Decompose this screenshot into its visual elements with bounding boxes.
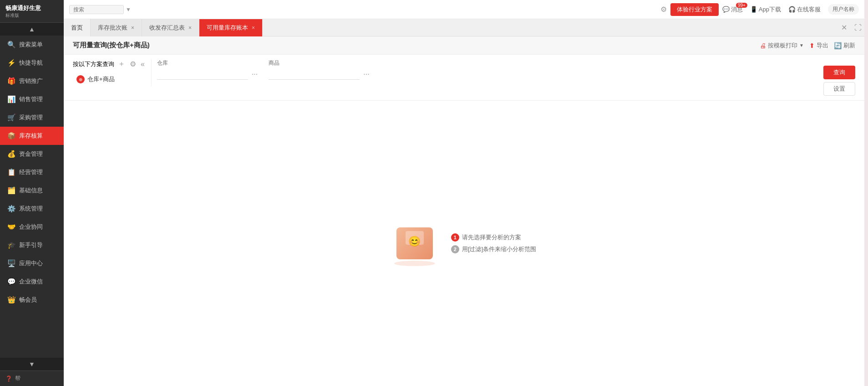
inventory-icon: 📦 — [7, 132, 15, 140]
sidebar-item-sales[interactable]: 📊销售管理 — [0, 90, 64, 108]
expand-tabs-btn[interactable]: ⛶ — [852, 24, 864, 32]
sidebar-item-system[interactable]: ⚙️系统管理 — [0, 200, 64, 218]
sidebar-item-enterprise-wechat[interactable]: 💬企业微信 — [0, 273, 64, 291]
help-icon: ❓ — [5, 376, 12, 382]
sidebar-nav: 🔍搜索菜单⚡快捷导航🎁营销推广📊销售管理🛒采购管理📦库存核算💰资金管理📋经营管理… — [0, 36, 64, 358]
industry-btn[interactable]: 体验行业方案 — [670, 3, 719, 16]
sidebar-item-quick-nav[interactable]: ⚡快捷导航 — [0, 54, 64, 72]
app-center-icon: 🖥️ — [7, 259, 15, 268]
sidebar-label-newbie: 新手引导 — [19, 241, 43, 249]
filter-scheme-panel: 按以下方案查询 ＋ ⚙ « ⊕ 仓库+商品 — [73, 59, 152, 86]
product-more-btn[interactable]: ··· — [361, 69, 371, 79]
sidebar-item-basic-info[interactable]: 🗂️基础信息 — [0, 181, 64, 200]
tab-collect-summary[interactable]: 收发存汇总表× — [142, 19, 199, 36]
warehouse-label: 仓库 — [157, 59, 259, 67]
message-badge: 99+ — [736, 3, 747, 8]
sidebar-label-operations: 经营管理 — [19, 168, 43, 176]
sidebar-label-vip: 畅会员 — [19, 296, 37, 304]
hint-text-1: 请先选择要分析的方案 — [462, 233, 521, 242]
tab-available-inventory[interactable]: 可用量库存账本× — [199, 19, 263, 36]
tab-home[interactable]: 首页 — [64, 19, 91, 36]
tab-close-available-inventory[interactable]: × — [252, 25, 255, 31]
sidebar-help-btn[interactable]: ❓ 帮 — [0, 371, 64, 386]
search-icon: 🔍 — [7, 41, 15, 49]
sidebar-item-app-center[interactable]: 🖥️应用中心 — [0, 254, 64, 273]
sidebar-label-finance: 资金管理 — [19, 150, 43, 158]
sidebar-label-system: 系统管理 — [19, 205, 43, 213]
newbie-icon: 🎓 — [7, 241, 15, 249]
tab-batch-account[interactable]: 库存批次账× — [91, 19, 142, 36]
enterprise-wechat-icon: 💬 — [7, 278, 15, 286]
close-all-tabs-btn[interactable]: ✕ — [837, 23, 852, 32]
breadcrumb: ▼ — [69, 5, 657, 14]
breadcrumb-search-input[interactable] — [69, 5, 124, 14]
print-dropdown-icon: ▼ — [799, 43, 804, 48]
product-input[interactable] — [269, 69, 360, 80]
tab-label-available-inventory: 可用量库存账本 — [207, 24, 248, 32]
filter-scheme-title: 按以下方案查询 — [73, 60, 114, 68]
page-header-actions: 🖨 按模板打印 ▼ ⬆ 导出 🔄 刷新 — [760, 41, 855, 50]
sidebar-logo: 畅康通好生意 标准版 — [0, 0, 64, 23]
filter-field-product: 商品 ··· — [269, 59, 371, 80]
filter-scheme-header: 按以下方案查询 ＋ ⚙ « — [73, 59, 146, 69]
service-btn[interactable]: 🎧 在线客服 — [788, 5, 821, 14]
sidebar-label-cooperation: 企业协同 — [19, 223, 43, 231]
finance-icon: 💰 — [7, 150, 15, 158]
hint-num-1: 1 — [451, 233, 459, 242]
sidebar-logo-title: 畅康通好生意 — [5, 5, 58, 12]
sidebar-item-inventory[interactable]: 📦库存核算 — [0, 127, 64, 145]
sidebar-scroll-up[interactable]: ▲ — [0, 23, 64, 36]
warehouse-input-row: ··· — [157, 69, 259, 80]
marketing-icon: 🎁 — [7, 77, 15, 85]
sidebar-item-marketing[interactable]: 🎁营销推广 — [0, 72, 64, 90]
message-btn[interactable]: 💬 消息 99+ — [722, 5, 743, 14]
scheme-warehouse-product[interactable]: ⊕ 仓库+商品 — [73, 72, 146, 86]
sidebar: 畅康通好生意 标准版 ▲ 🔍搜索菜单⚡快捷导航🎁营销推广📊销售管理🛒采购管理📦库… — [0, 0, 64, 386]
sidebar-scroll-down[interactable]: ▼ — [0, 358, 64, 371]
app-download-btn[interactable]: 📱 App下载 — [750, 5, 781, 14]
refresh-btn[interactable]: 🔄 刷新 — [834, 41, 855, 50]
purchase-icon: 🛒 — [7, 113, 15, 122]
sidebar-item-finance[interactable]: 💰资金管理 — [0, 145, 64, 163]
sidebar-item-operations[interactable]: 📋经营管理 — [0, 163, 64, 181]
user-avatar: 用户名称 — [832, 6, 854, 12]
refresh-icon: 🔄 — [834, 42, 842, 49]
settings-gear-icon[interactable]: ⚙ — [660, 5, 667, 14]
headset-icon: 🎧 — [788, 6, 796, 13]
empty-hint-1: 1 请先选择要分析的方案 — [451, 233, 536, 242]
sidebar-label-app-center: 应用中心 — [19, 259, 43, 268]
empty-illustration — [392, 221, 437, 266]
content-area: 可用量查询(按仓库+商品) 🖨 按模板打印 ▼ ⬆ 导出 🔄 刷新 — [64, 36, 864, 386]
scheme-icon: ⊕ — [76, 75, 85, 83]
quick-nav-icon: ⚡ — [7, 59, 15, 67]
user-menu-btn[interactable]: 用户名称 — [828, 4, 859, 15]
filter-actions: 查询 设置 — [823, 66, 855, 96]
query-btn[interactable]: 查询 — [823, 66, 855, 79]
collapse-filter-btn[interactable]: « — [140, 60, 146, 68]
empty-state: 1 请先选择要分析的方案 2 用[过滤]条件来缩小分析范围 — [64, 101, 864, 386]
export-icon: ⬆ — [809, 42, 815, 49]
scheme-label: 仓库+商品 — [87, 75, 115, 83]
tab-close-batch-account[interactable]: × — [131, 25, 134, 31]
topbar: ▼ ⚙ 体验行业方案 💬 消息 99+ 📱 App下载 🎧 在线客服 用户名称 — [64, 0, 864, 19]
topbar-right: 💬 消息 99+ 📱 App下载 🎧 在线客服 用户名称 — [722, 4, 859, 15]
sidebar-item-purchase[interactable]: 🛒采购管理 — [0, 108, 64, 127]
sidebar-item-cooperation[interactable]: 🤝企业协同 — [0, 218, 64, 236]
sidebar-label-enterprise-wechat: 企业微信 — [19, 278, 43, 286]
warehouse-more-btn[interactable]: ··· — [250, 69, 259, 79]
print-template-btn[interactable]: 🖨 按模板打印 ▼ — [760, 41, 804, 50]
message-icon: 💬 — [722, 6, 730, 13]
sidebar-item-vip[interactable]: 👑畅会员 — [0, 291, 64, 309]
dropdown-icon[interactable]: ▼ — [126, 6, 131, 13]
export-btn[interactable]: ⬆ 导出 — [809, 41, 828, 50]
sidebar-item-search[interactable]: 🔍搜索菜单 — [0, 36, 64, 54]
add-scheme-btn[interactable]: ＋ — [117, 59, 126, 69]
sidebar-item-newbie[interactable]: 🎓新手引导 — [0, 236, 64, 254]
manage-scheme-btn[interactable]: ⚙ — [129, 60, 137, 68]
tab-close-collect-summary[interactable]: × — [188, 25, 192, 31]
warehouse-input[interactable] — [157, 69, 248, 80]
print-icon: 🖨 — [760, 42, 766, 49]
basic-info-icon: 🗂️ — [7, 186, 15, 195]
main-area: ▼ ⚙ 体验行业方案 💬 消息 99+ 📱 App下载 🎧 在线客服 用户名称 — [64, 0, 864, 386]
filter-settings-btn[interactable]: 设置 — [823, 82, 855, 96]
